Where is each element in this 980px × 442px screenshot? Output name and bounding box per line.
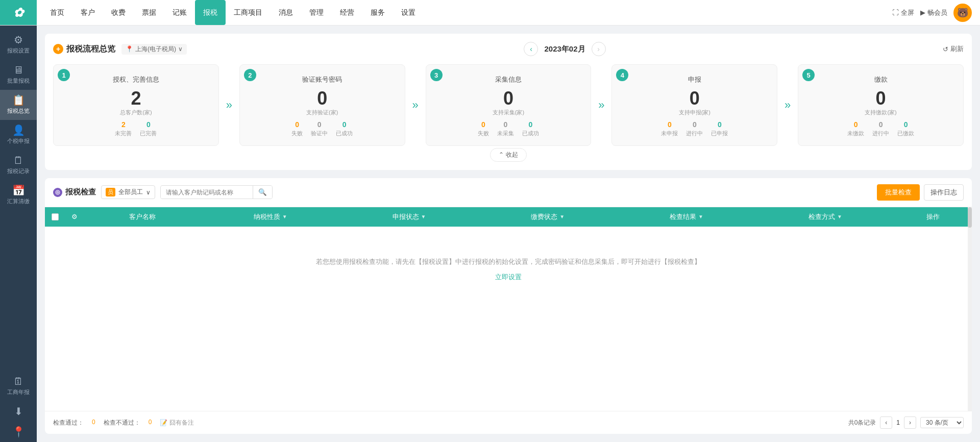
pay-status-filter[interactable]: 缴费状态 ▼ (531, 212, 565, 222)
arrow-icon: » (785, 99, 791, 112)
search-button[interactable]: 🔍 (253, 186, 272, 199)
arrow-icon: » (226, 99, 232, 112)
step-4-stat-0[interactable]: 0 未申报 (661, 120, 678, 137)
step-2-stat-2[interactable]: 0 已成功 (336, 120, 353, 137)
check-title-text: 报税检查 (65, 187, 96, 197)
step-3-sub: 支持采集(家) (434, 109, 583, 116)
sidebar-item-tax-overview[interactable]: 📋 报税总览 (0, 90, 37, 120)
stat-label: 验证中 (311, 130, 328, 137)
next-month-btn[interactable]: › (592, 42, 606, 56)
operation-log-button[interactable]: 操作日志 (924, 184, 964, 201)
stat-num-zero: 0 (879, 120, 883, 129)
first-page-btn[interactable]: ‹ (880, 416, 892, 429)
pass-count[interactable]: 0 (92, 419, 95, 427)
arrow-icon: » (412, 99, 418, 112)
logo-area: ✿ (0, 0, 37, 25)
chevron-down-icon: ∨ (178, 45, 183, 53)
nav-item-business[interactable]: 工商项目 (226, 0, 271, 25)
step-5-stats: 0 未缴款 0 进行中 0 已缴款 (806, 120, 955, 137)
stat-label: 未完善 (115, 130, 132, 137)
step-3-stat-0[interactable]: 0 失败 (478, 120, 489, 137)
step-2-card: 2 验证账号密码 0 支持验证(家) 0 失败 0 验证中 (239, 64, 405, 146)
step-1-stat-1[interactable]: 0 已完善 (140, 120, 157, 137)
settings-icon[interactable]: ⚙ (71, 213, 78, 220)
overview-title-text: 报税流程总览 (66, 44, 115, 55)
fail-count[interactable]: 0 (149, 419, 152, 427)
step-5-stat-2[interactable]: 0 已缴款 (897, 120, 914, 137)
th-tax-type: 纳税性质 ▼ (201, 207, 340, 227)
nav-item-home[interactable]: 首页 (42, 0, 72, 25)
step-5-stat-1[interactable]: 0 进行中 (872, 120, 889, 137)
nav-item-invoice[interactable]: 票据 (134, 0, 164, 25)
stat-num: 2 (121, 120, 126, 129)
employee-filter-icon: 员 (106, 188, 115, 197)
sidebar-item-annual-report[interactable]: 🗓 工商年报 (0, 371, 37, 401)
location-badge[interactable]: 📍 上海(电子税局) ∨ (121, 44, 187, 55)
batch-check-button[interactable]: 批量检查 (877, 184, 920, 201)
th-checkbox (45, 207, 65, 227)
sidebar-item-batch-tax[interactable]: 🖥 批量报税 (0, 60, 37, 90)
sidebar-item-tax-record[interactable]: 🗒 报税记录 (0, 150, 37, 180)
per-page-select[interactable]: 30 条/页 50 条/页 100 条/页 (920, 417, 964, 428)
step-1-stat-0[interactable]: 2 未完善 (115, 120, 132, 137)
step-5-stat-0[interactable]: 0 未缴款 (847, 120, 864, 137)
member-btn[interactable]: ▶ 畅会员 (920, 8, 947, 17)
filter-icon: ▼ (282, 214, 287, 219)
stat-num: 0 (481, 120, 485, 129)
step-3-stat-2[interactable]: 0 已成功 (522, 120, 539, 137)
step-1-name: 授权、完善信息 (62, 75, 210, 84)
tax-type-filter[interactable]: 纳税性质 ▼ (254, 212, 287, 222)
nav-item-customer[interactable]: 客户 (72, 0, 103, 25)
main-layout: ⚙ 报税设置 🖥 批量报税 📋 报税总览 👤 个税申报 🗒 报税记录 📅 汇算清… (0, 26, 980, 442)
step-4-count: 0 (620, 88, 769, 109)
check-method-filter[interactable]: 检查方式 ▼ (808, 212, 842, 222)
nav-item-tax[interactable]: 报税 (195, 0, 226, 25)
step-2-stat-0[interactable]: 0 失败 (291, 120, 303, 137)
setup-link[interactable]: 立即设置 (495, 273, 522, 282)
sidebar-item-personal-tax[interactable]: 👤 个税申报 (0, 120, 37, 150)
last-page-btn[interactable]: › (904, 416, 916, 429)
scrollbar-area[interactable] (968, 207, 972, 411)
step-3-count: 0 (434, 88, 583, 109)
fullscreen-btn[interactable]: ⛶ 全屏 (892, 8, 914, 17)
sidebar-item-location[interactable]: 📍 (0, 422, 37, 442)
member-label: 畅会员 (927, 8, 947, 17)
nav-item-management[interactable]: 管理 (301, 0, 332, 25)
overview-card: + 报税流程总览 📍 上海(电子税局) ∨ ‹ 2023年02月 › ↺ 刷新 (45, 34, 972, 170)
sidebar-item-download[interactable]: ⬇ (0, 401, 37, 422)
download-icon: ⬇ (14, 406, 23, 416)
nav-item-bookkeeping[interactable]: 记账 (164, 0, 195, 25)
step-4-stat-2[interactable]: 0 已申报 (711, 120, 728, 137)
sidebar-label-tax-overview: 报税总览 (7, 107, 30, 115)
declare-status-filter[interactable]: 申报状态 ▼ (393, 212, 426, 222)
step-2-stat-1[interactable]: 0 验证中 (311, 120, 328, 137)
step-3-stat-1[interactable]: 0 未采集 (497, 120, 514, 137)
nav-item-service[interactable]: 服务 (362, 0, 393, 25)
tax-overview-icon: 📋 (12, 95, 25, 105)
collapse-btn[interactable]: ⌃ 收起 (490, 148, 527, 162)
employee-filter[interactable]: 员 全部员工 ∨ (101, 185, 155, 199)
prev-month-btn[interactable]: ‹ (524, 42, 538, 56)
search-input[interactable] (161, 186, 253, 199)
refresh-btn[interactable]: ↺ 刷新 (943, 44, 964, 54)
sidebar-item-settlement[interactable]: 📅 汇算清缴 (0, 180, 37, 210)
select-all-checkbox[interactable] (52, 213, 59, 220)
th-check-result: 检查结果 ▼ (617, 207, 756, 227)
data-table: ⚙ 客户名称 纳税性质 ▼ (45, 207, 972, 312)
nav-item-settings[interactable]: 设置 (393, 0, 424, 25)
filter-icon: ▼ (837, 214, 842, 219)
stat-label: 已成功 (522, 130, 539, 137)
scrollbar-thumb (968, 207, 972, 228)
avatar[interactable]: 🐻 (953, 4, 972, 22)
step-arrow-3: » (591, 64, 611, 146)
sidebar-item-tax-settings[interactable]: ⚙ 报税设置 (0, 30, 37, 60)
location-pin-icon: 📍 (126, 45, 133, 53)
step-4-stat-1[interactable]: 0 进行中 (686, 120, 703, 137)
nav-item-fee[interactable]: 收费 (103, 0, 134, 25)
nav-item-message[interactable]: 消息 (271, 0, 301, 25)
check-result-filter[interactable]: 检查结果 ▼ (670, 212, 703, 222)
step-5-card: 5 缴款 0 支持缴款(家) 0 未缴款 0 进行中 (798, 64, 964, 146)
stat-label: 进行中 (872, 130, 889, 137)
stat-num: 0 (668, 120, 672, 129)
nav-item-operation[interactable]: 经营 (332, 0, 362, 25)
